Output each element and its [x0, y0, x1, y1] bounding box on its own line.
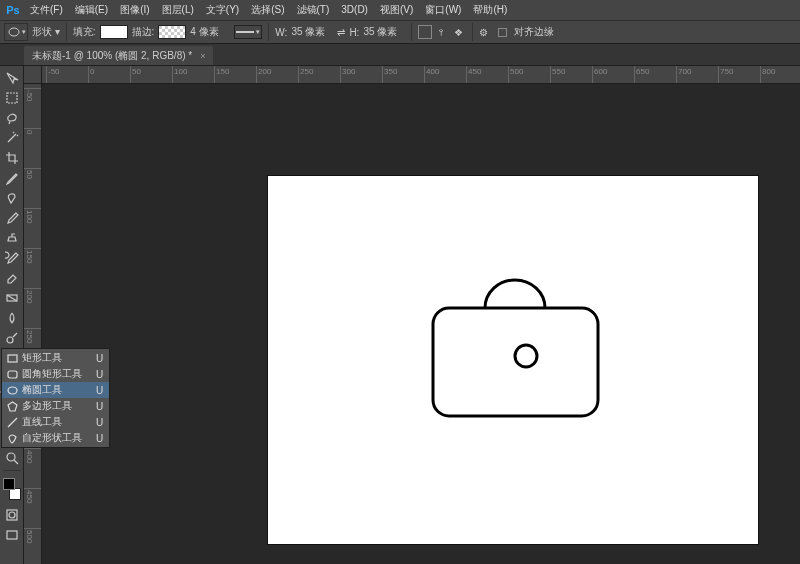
lasso-tool[interactable]	[2, 108, 22, 128]
menu-item[interactable]: 选择(S)	[245, 0, 290, 20]
ellipse-icon	[6, 384, 18, 396]
path-ops-icon[interactable]	[418, 25, 432, 39]
quickmask-icon[interactable]	[2, 505, 22, 525]
svg-point-0	[9, 28, 19, 36]
marquee-tool[interactable]	[2, 88, 22, 108]
svg-line-13	[8, 418, 17, 427]
svg-rect-1	[7, 93, 17, 103]
tools-panel	[0, 66, 24, 564]
flyout-shortcut: U	[86, 369, 103, 380]
fill-swatch[interactable]	[100, 25, 128, 39]
line-icon	[6, 416, 18, 428]
menu-item[interactable]: 滤镜(T)	[291, 0, 336, 20]
workspace: -500501001502002503003504004505005506006…	[24, 66, 800, 564]
dodge-tool[interactable]	[2, 328, 22, 348]
height-field[interactable]: 35 像素	[363, 25, 405, 39]
flyout-label: 多边形工具	[22, 399, 72, 413]
flyout-shortcut: U	[86, 353, 103, 364]
screenmode-icon[interactable]	[2, 525, 22, 545]
shape-flyout-item[interactable]: 直线工具U	[2, 414, 109, 430]
svg-rect-10	[8, 371, 17, 378]
move-tool[interactable]	[2, 68, 22, 88]
shape-flyout-item[interactable]: 自定形状工具U	[2, 430, 109, 446]
menu-bar: Ps 文件(F)编辑(E)图像(I)图层(L)文字(Y)选择(S)滤镜(T)3D…	[0, 0, 800, 20]
shape-mode-label[interactable]: 形状 ▾	[32, 25, 60, 39]
close-tab-icon[interactable]: ×	[200, 51, 205, 61]
flyout-label: 矩形工具	[22, 351, 62, 365]
foreground-background-colors[interactable]	[2, 477, 22, 501]
fill-label: 填充:	[73, 25, 96, 39]
brush-tool[interactable]	[2, 208, 22, 228]
width-field[interactable]: 35 像素	[291, 25, 333, 39]
canvas[interactable]	[268, 176, 758, 544]
menu-item[interactable]: 帮助(H)	[467, 0, 513, 20]
svg-point-7	[9, 512, 15, 518]
polygon-icon	[6, 400, 18, 412]
menu-item[interactable]: 3D(D)	[335, 0, 374, 20]
menu-item[interactable]: 文件(F)	[24, 0, 69, 20]
history-brush-tool[interactable]	[2, 248, 22, 268]
svg-rect-8	[7, 531, 17, 539]
flyout-label: 直线工具	[22, 415, 62, 429]
svg-point-5	[7, 453, 15, 461]
shape-flyout-item[interactable]: 矩形工具U	[2, 350, 109, 366]
ruler-horizontal[interactable]: -500501001502002503003504004505005506006…	[42, 66, 800, 84]
menu-item[interactable]: 文字(Y)	[200, 0, 245, 20]
ps-logo: Ps	[2, 2, 24, 18]
menu-item[interactable]: 图像(I)	[114, 0, 155, 20]
stroke-label: 描边:	[132, 25, 155, 39]
roundrect-icon	[6, 368, 18, 380]
flyout-label: 椭圆工具	[22, 383, 62, 397]
flyout-shortcut: U	[86, 401, 103, 412]
canvas-artwork	[268, 176, 758, 544]
zoom-tool[interactable]	[2, 448, 22, 468]
flyout-label: 圆角矩形工具	[22, 367, 82, 381]
healing-tool[interactable]	[2, 188, 22, 208]
shape-flyout-item[interactable]: 椭圆工具U	[2, 382, 109, 398]
stroke-width-field[interactable]: 4 像素	[190, 25, 230, 39]
document-tab[interactable]: 未标题-1 @ 100% (椭圆 2, RGB/8) * ×	[24, 46, 213, 65]
svg-point-11	[8, 387, 17, 394]
link-wh-icon[interactable]: ⇌	[337, 27, 345, 38]
shape-tool-flyout: 矩形工具U圆角矩形工具U椭圆工具U多边形工具U直线工具U自定形状工具U	[1, 348, 110, 448]
clone-stamp-tool[interactable]	[2, 228, 22, 248]
svg-point-3	[7, 337, 13, 343]
options-bar: ▾ 形状 ▾ 填充: 描边: 4 像素 ▾ W: 35 像素 ⇌ H: 35 像…	[0, 20, 800, 44]
flyout-shortcut: U	[86, 417, 103, 428]
align-edges-checkbox[interactable]	[498, 28, 507, 37]
menu-item[interactable]: 视图(V)	[374, 0, 419, 20]
height-label: H:	[349, 27, 359, 38]
menu-item[interactable]: 窗口(W)	[419, 0, 467, 20]
flyout-shortcut: U	[86, 385, 103, 396]
main-area: 矩形工具U圆角矩形工具U椭圆工具U多边形工具U直线工具U自定形状工具U -500…	[0, 66, 800, 564]
stroke-swatch[interactable]	[158, 25, 186, 39]
stroke-style[interactable]: ▾	[234, 25, 262, 39]
svg-rect-9	[8, 355, 17, 362]
document-tab-bar: 未标题-1 @ 100% (椭圆 2, RGB/8) * ×	[0, 44, 800, 66]
gradient-tool[interactable]	[2, 288, 22, 308]
flyout-label: 自定形状工具	[22, 431, 82, 445]
rect-icon	[6, 352, 18, 364]
path-arrange-icon[interactable]: ❖	[451, 27, 466, 38]
shape-flyout-item[interactable]: 多边形工具U	[2, 398, 109, 414]
width-label: W:	[275, 27, 287, 38]
flyout-shortcut: U	[86, 433, 103, 444]
align-edges-label: 对齐边缘	[514, 25, 554, 39]
shape-arc	[485, 280, 545, 308]
path-align-icon[interactable]: ⫯	[436, 27, 447, 38]
ruler-vertical[interactable]: -50050100150200250300350400450500550600	[24, 84, 42, 564]
blur-tool[interactable]	[2, 308, 22, 328]
crop-tool[interactable]	[2, 148, 22, 168]
eraser-tool[interactable]	[2, 268, 22, 288]
magic-wand-tool[interactable]	[2, 128, 22, 148]
menu-item[interactable]: 图层(L)	[156, 0, 200, 20]
shape-ellipse	[515, 345, 537, 367]
document-tab-title: 未标题-1 @ 100% (椭圆 2, RGB/8) *	[32, 49, 192, 63]
tool-preset-icon[interactable]: ▾	[4, 23, 28, 41]
gear-icon[interactable]: ⚙	[479, 27, 488, 38]
shape-flyout-item[interactable]: 圆角矩形工具U	[2, 366, 109, 382]
custom-icon	[6, 432, 18, 444]
eyedropper-tool[interactable]	[2, 168, 22, 188]
ruler-corner	[24, 66, 42, 84]
menu-item[interactable]: 编辑(E)	[69, 0, 114, 20]
